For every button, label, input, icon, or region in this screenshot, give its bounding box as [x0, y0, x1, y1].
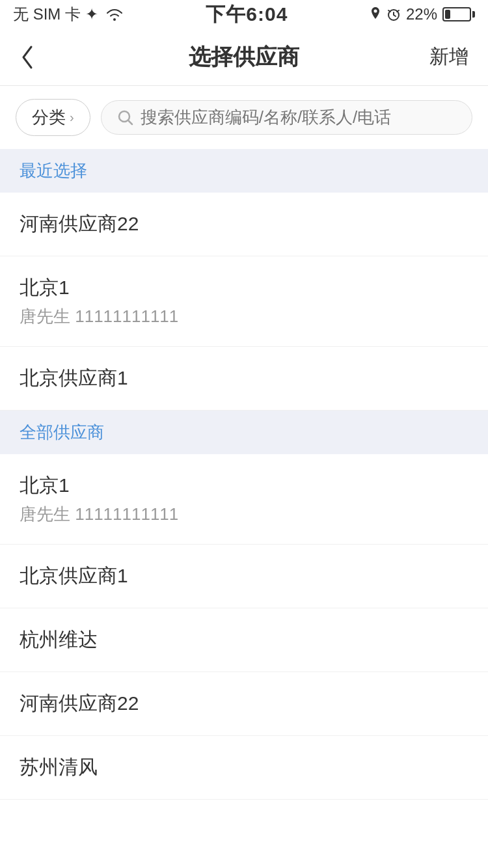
- list-item[interactable]: 北京供应商1: [0, 347, 488, 411]
- alarm-icon: [386, 7, 401, 21]
- search-box[interactable]: [101, 100, 472, 135]
- recent-items-list: 河南供应商22北京1 唐先生 11111111111北京供应商1: [0, 193, 488, 411]
- item-name: 北京1: [20, 472, 468, 499]
- item-detail: 唐先生 11111111111: [20, 305, 468, 328]
- chevron-right-icon: ›: [70, 110, 74, 125]
- list-item[interactable]: 杭州维达: [0, 608, 488, 672]
- all-section-header: 全部供应商: [0, 411, 488, 454]
- back-button[interactable]: [20, 44, 72, 70]
- item-detail: 唐先生 11111111111: [20, 503, 468, 526]
- list-item[interactable]: 河南供应商22: [0, 193, 488, 256]
- list-item[interactable]: 北京1 唐先生 11111111111: [0, 256, 488, 347]
- location-icon: [370, 7, 381, 21]
- search-icon: [117, 109, 134, 126]
- list-item[interactable]: 苏州清风: [0, 736, 488, 800]
- add-button[interactable]: 新增: [416, 44, 468, 70]
- status-bar: 无 SIM 卡 ✦ 下午6:04 22%: [0, 0, 488, 29]
- list-item[interactable]: 河南供应商22: [0, 672, 488, 736]
- item-name: 北京1: [20, 275, 468, 301]
- status-right: 22%: [370, 5, 475, 23]
- item-name: 河南供应商22: [20, 211, 468, 237]
- category-button[interactable]: 分类 ›: [16, 99, 90, 136]
- all-items-list: 北京1 唐先生 11111111111北京供应商1杭州维达河南供应商22苏州清风: [0, 454, 488, 800]
- status-time: 下午6:04: [206, 1, 288, 28]
- status-left: 无 SIM 卡 ✦: [13, 4, 124, 25]
- wifi-icon: [105, 7, 124, 21]
- list-item[interactable]: 北京供应商1: [0, 545, 488, 608]
- filter-bar: 分类 ›: [0, 86, 488, 149]
- item-name: 河南供应商22: [20, 690, 468, 717]
- battery-percent: 22%: [406, 5, 437, 23]
- item-name: 苏州清风: [20, 754, 468, 781]
- battery-icon: [442, 7, 475, 21]
- item-name: 杭州维达: [20, 627, 468, 653]
- list-item[interactable]: 北京1 唐先生 11111111111: [0, 454, 488, 545]
- item-name: 北京供应商1: [20, 563, 468, 590]
- category-label: 分类: [32, 106, 66, 129]
- nav-bar: 选择供应商 新增: [0, 29, 488, 86]
- page-title: 选择供应商: [72, 42, 416, 72]
- sim-status: 无 SIM 卡 ✦: [13, 4, 98, 25]
- item-name: 北京供应商1: [20, 365, 468, 392]
- search-input[interactable]: [141, 107, 456, 128]
- recent-section-header: 最近选择: [0, 149, 488, 193]
